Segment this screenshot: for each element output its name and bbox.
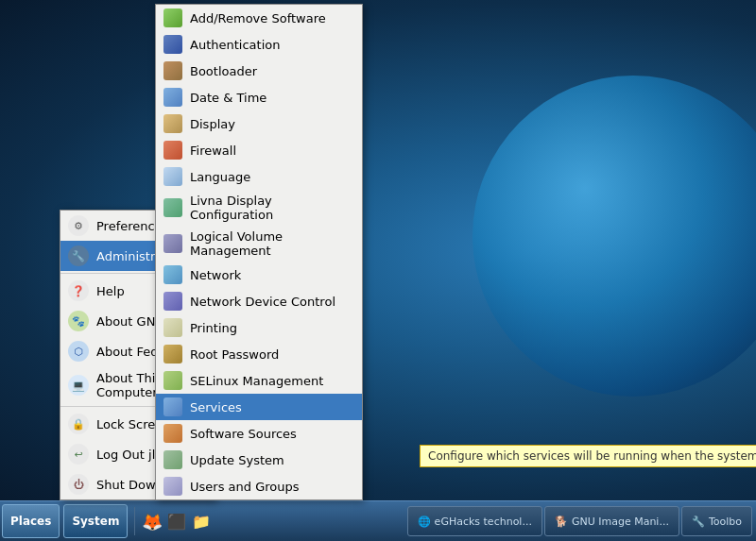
fedora-icon: ⬡ — [68, 341, 89, 362]
taskbar-divider — [134, 507, 135, 535]
lvm-icon — [163, 234, 182, 253]
livna-icon — [163, 198, 182, 217]
root-icon — [163, 345, 182, 363]
printing-label: Printing — [190, 321, 354, 335]
lock-icon: 🔒 — [68, 414, 89, 434]
places-label: Places — [10, 515, 51, 528]
window-gimp-label: GNU Image Mani... — [572, 516, 669, 528]
gnome-icon: 🐾 — [68, 311, 89, 331]
logout-icon: ↩ — [68, 444, 89, 465]
network-device-label: Network Device Control — [190, 295, 354, 309]
terminal-icon[interactable]: ⬛ — [166, 511, 187, 532]
bootloader-label: Bootloader — [190, 64, 354, 78]
firewall-icon — [163, 141, 182, 160]
print-icon — [163, 318, 182, 337]
places-button[interactable]: Places — [2, 504, 60, 538]
software-sources-label: Software Sources — [190, 427, 354, 441]
pkg-icon — [163, 8, 182, 27]
submenu-network[interactable]: Network — [156, 262, 362, 288]
submenu-date-time[interactable]: Date & Time — [156, 84, 362, 110]
taskbar: Places System 🦊 ⬛ 📁 🌐 eGHacks technol...… — [0, 500, 756, 541]
preferences-icon: ⚙ — [68, 215, 89, 236]
selinux-icon — [163, 371, 182, 390]
taskbar-left: Places System 🦊 ⬛ 📁 — [0, 504, 212, 538]
window-eghacks-icon: 🌐 — [418, 516, 431, 528]
system-button[interactable]: System — [63, 504, 128, 538]
root-password-label: Root Password — [190, 347, 354, 362]
submenu-authentication[interactable]: Authentication — [156, 31, 362, 58]
help-icon: ❓ — [68, 280, 89, 301]
gimp-icon: 🐕 — [555, 516, 568, 528]
add-remove-label: Add/Remove Software — [190, 11, 354, 25]
nautilus-icon[interactable]: 📁 — [191, 511, 212, 532]
submenu-bootloader[interactable]: Bootloader — [156, 58, 362, 84]
shutdown-icon: ⏻ — [68, 474, 89, 495]
language-label: Language — [190, 170, 354, 184]
window-toolbox[interactable]: 🔧 Toolbo — [681, 506, 752, 536]
toolbox-icon: 🔧 — [692, 516, 705, 528]
auth-icon — [163, 35, 182, 54]
submenu-services[interactable]: Services — [156, 394, 362, 420]
submenu-update-system[interactable]: Update System — [156, 447, 362, 473]
display-icon — [163, 114, 182, 133]
submenu-root-password[interactable]: Root Password — [156, 341, 362, 367]
window-gimp[interactable]: 🐕 GNU Image Mani... — [544, 506, 679, 536]
submenu-add-remove[interactable]: Add/Remove Software — [156, 5, 362, 31]
admin-submenu: Add/Remove Software Authentication Bootl… — [155, 4, 363, 500]
submenu-selinux[interactable]: SELinux Management — [156, 367, 362, 394]
services-label: Services — [190, 400, 354, 414]
services-icon — [163, 397, 182, 416]
firefox-icon[interactable]: 🦊 — [142, 511, 163, 532]
authentication-label: Authentication — [190, 38, 354, 52]
lvm-label: Logical Volume Management — [190, 229, 354, 258]
system-label: System — [72, 515, 119, 528]
submenu-software-sources[interactable]: Software Sources — [156, 420, 362, 447]
window-eghacks[interactable]: 🌐 eGHacks technol... — [407, 506, 542, 536]
datetime-icon — [163, 88, 182, 107]
window-toolbox-label: Toolbo — [709, 516, 742, 528]
network-icon — [163, 265, 182, 284]
window-eghacks-label: eGHacks technol... — [435, 516, 532, 528]
display-label: Display — [190, 117, 354, 131]
submenu-display[interactable]: Display — [156, 110, 362, 137]
submenu-language[interactable]: Language — [156, 163, 362, 190]
livna-label: Livna Display Configuration — [190, 194, 354, 222]
submenu-firewall[interactable]: Firewall — [156, 137, 362, 163]
planet-decoration — [472, 76, 756, 397]
update-system-label: Update System — [190, 453, 354, 467]
submenu-livna[interactable]: Livna Display Configuration — [156, 190, 362, 226]
administration-icon: 🔧 — [68, 245, 89, 266]
submenu-network-device[interactable]: Network Device Control — [156, 288, 362, 314]
network-label: Network — [190, 268, 354, 282]
lang-icon — [163, 167, 182, 186]
users-icon — [163, 477, 182, 496]
update-icon — [163, 450, 182, 469]
firewall-label: Firewall — [190, 144, 354, 158]
taskbar-right: 🌐 eGHacks technol... 🐕 GNU Image Mani...… — [407, 506, 756, 536]
netdev-icon — [163, 292, 182, 311]
submenu-lvm[interactable]: Logical Volume Management — [156, 226, 362, 262]
date-time-label: Date & Time — [190, 91, 354, 105]
users-groups-label: Users and Groups — [190, 480, 354, 494]
sources-icon — [163, 424, 182, 443]
submenu-users-groups[interactable]: Users and Groups — [156, 473, 362, 499]
boot-icon — [163, 61, 182, 80]
computer-icon: 💻 — [68, 375, 89, 396]
submenu-printing[interactable]: Printing — [156, 314, 362, 341]
selinux-label: SELinux Management — [190, 374, 354, 388]
